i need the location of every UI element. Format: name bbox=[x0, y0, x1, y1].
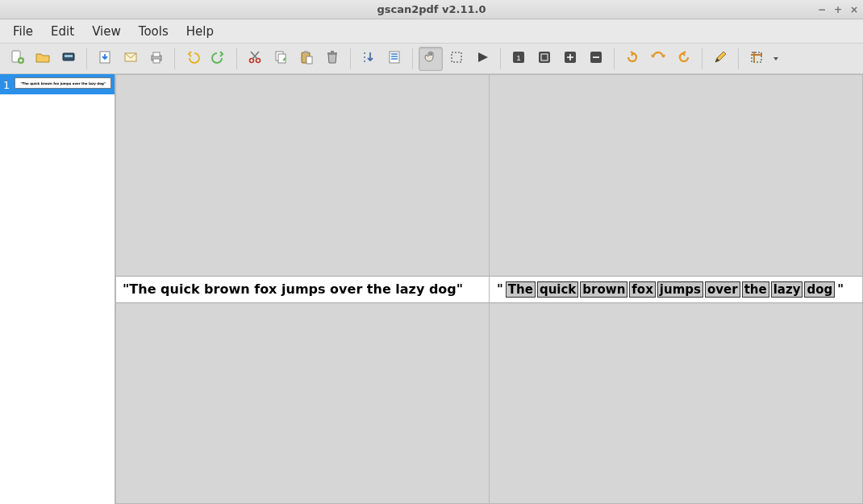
process-button[interactable] bbox=[470, 47, 494, 71]
print-button[interactable] bbox=[144, 47, 169, 71]
paste-button[interactable] bbox=[294, 47, 319, 71]
cut-icon bbox=[247, 49, 263, 68]
menu-help[interactable]: Help bbox=[178, 21, 222, 42]
process-icon bbox=[474, 49, 490, 68]
ocr-word-2[interactable]: brown bbox=[580, 281, 627, 298]
ocr-quote-close: " bbox=[836, 282, 844, 297]
ocr-word-5[interactable]: over bbox=[705, 281, 740, 298]
thumbnail-panel[interactable]: 1"The quick brown fox jumps over the laz… bbox=[0, 74, 115, 504]
selection-icon bbox=[448, 49, 465, 68]
zoom-100-icon: 1 bbox=[511, 49, 527, 68]
zoom-in-button[interactable] bbox=[558, 47, 582, 71]
ocr-words: "Thequickbrownfoxjumpsoverthelazydog" bbox=[496, 281, 844, 298]
crop-icon bbox=[748, 49, 765, 68]
copy-icon bbox=[273, 49, 289, 68]
print-icon bbox=[148, 49, 165, 68]
save-button[interactable] bbox=[93, 47, 117, 71]
select-all-icon bbox=[386, 49, 402, 68]
renumber-button[interactable] bbox=[356, 47, 381, 71]
svg-rect-16 bbox=[327, 52, 337, 54]
cut-button[interactable] bbox=[243, 47, 267, 71]
menu-tools[interactable]: Tools bbox=[131, 21, 177, 42]
redo-icon bbox=[211, 49, 227, 68]
open-icon bbox=[35, 49, 51, 68]
svg-rect-7 bbox=[153, 52, 160, 56]
minimize-icon[interactable]: − bbox=[816, 4, 828, 15]
svg-text:1: 1 bbox=[516, 54, 520, 62]
ocr-word-1[interactable]: quick bbox=[537, 281, 578, 298]
ocr-strip: "Thequickbrownfoxjumpsoverthelazydog" bbox=[490, 276, 862, 303]
svg-rect-8 bbox=[153, 59, 160, 63]
svg-point-20 bbox=[364, 60, 365, 62]
zoom-in-icon bbox=[562, 49, 578, 68]
window-title: gscan2pdf v2.11.0 bbox=[377, 3, 486, 15]
crop-button[interactable] bbox=[744, 47, 769, 71]
thumb-number: 1 bbox=[3, 77, 10, 91]
rotate-right-button[interactable] bbox=[620, 47, 644, 71]
rotate-left-button[interactable] bbox=[672, 47, 696, 71]
image-strip: "The quick brown fox jumps over the lazy… bbox=[116, 276, 489, 303]
selection-button[interactable] bbox=[444, 47, 469, 71]
edit-image-button[interactable] bbox=[708, 47, 732, 71]
image-text: "The quick brown fox jumps over the lazy… bbox=[123, 281, 463, 297]
menu-view[interactable]: View bbox=[84, 21, 129, 42]
view-panes: "The quick brown fox jumps over the lazy… bbox=[115, 74, 863, 504]
ocr-pane[interactable]: "Thequickbrownfoxjumpsoverthelazydog" bbox=[490, 74, 863, 504]
ocr-word-4[interactable]: jumps bbox=[657, 281, 703, 298]
toolbar-separator bbox=[174, 48, 175, 69]
toolbar-separator bbox=[412, 48, 413, 69]
ocr-word-3[interactable]: fox bbox=[629, 281, 656, 298]
ocr-word-6[interactable]: the bbox=[742, 281, 769, 298]
copy-button[interactable] bbox=[269, 47, 293, 71]
svg-rect-29 bbox=[752, 52, 761, 62]
rotate-180-icon bbox=[650, 49, 666, 68]
undo-button[interactable] bbox=[181, 47, 205, 71]
undo-icon bbox=[185, 49, 201, 68]
rotate-right-icon bbox=[624, 49, 640, 68]
paste-icon bbox=[298, 49, 315, 68]
thumbnail-1[interactable]: 1"The quick brown fox jumps over the laz… bbox=[0, 74, 115, 94]
zoom-out-button[interactable] bbox=[584, 47, 608, 71]
svg-point-18 bbox=[364, 52, 365, 54]
svg-rect-14 bbox=[304, 51, 307, 53]
close-icon[interactable]: × bbox=[848, 4, 860, 15]
renumber-icon bbox=[361, 49, 377, 68]
svg-rect-15 bbox=[306, 56, 312, 64]
image-pane[interactable]: "The quick brown fox jumps over the lazy… bbox=[115, 74, 490, 504]
thumb-preview: "The quick brown fox jumps over the lazy… bbox=[15, 77, 111, 89]
email-button[interactable] bbox=[119, 47, 143, 71]
titlebar: gscan2pdf v2.11.0 − + × bbox=[0, 0, 863, 19]
svg-rect-17 bbox=[331, 51, 334, 52]
toolbar-separator bbox=[702, 48, 702, 69]
toolbar-separator bbox=[86, 48, 87, 69]
redo-button[interactable] bbox=[206, 47, 231, 71]
menu-edit[interactable]: Edit bbox=[43, 21, 82, 42]
ocr-word-8[interactable]: dog bbox=[804, 281, 835, 298]
svg-rect-25 bbox=[539, 52, 550, 63]
rotate-left-icon bbox=[676, 49, 692, 68]
email-icon bbox=[123, 49, 139, 68]
toolbar-separator bbox=[738, 48, 739, 69]
new-button[interactable] bbox=[5, 47, 29, 71]
toolbar-overflow-icon[interactable] bbox=[770, 47, 782, 71]
select-all-button[interactable] bbox=[382, 47, 406, 71]
toolbar-separator bbox=[614, 48, 615, 69]
pan-button[interactable] bbox=[419, 47, 443, 71]
zoom-out-icon bbox=[588, 49, 604, 68]
zoom-100-button[interactable]: 1 bbox=[507, 47, 531, 71]
ocr-word-7[interactable]: lazy bbox=[771, 281, 803, 298]
new-icon bbox=[9, 49, 25, 68]
toolbar-separator bbox=[500, 48, 501, 69]
rotate-180-button[interactable] bbox=[646, 47, 670, 71]
toolbar-separator bbox=[236, 48, 237, 69]
menu-file[interactable]: File bbox=[5, 21, 41, 42]
delete-button[interactable] bbox=[320, 47, 344, 71]
zoom-fit-button[interactable] bbox=[532, 47, 557, 71]
zoom-fit-icon bbox=[536, 49, 552, 68]
save-icon bbox=[97, 49, 113, 68]
scan-button[interactable] bbox=[56, 47, 81, 71]
toolbar-separator bbox=[350, 48, 351, 69]
open-button[interactable] bbox=[31, 47, 55, 71]
maximize-icon[interactable]: + bbox=[832, 4, 844, 15]
ocr-word-0[interactable]: The bbox=[506, 281, 536, 298]
